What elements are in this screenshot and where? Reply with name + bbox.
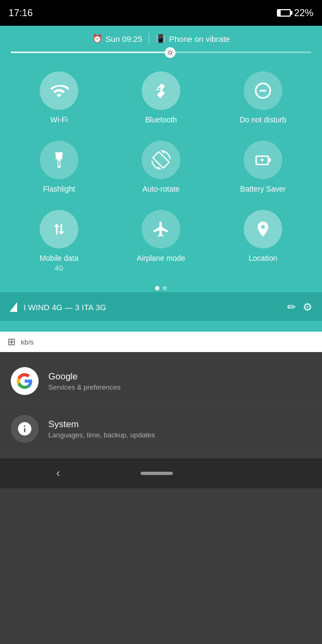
top-info-row: ⏰ Sun 09:25 📳 Phone on vibrate (0, 26, 322, 48)
tile-airplane-label: Airplane mode (137, 254, 185, 263)
tile-flashlight[interactable]: Flashlight (11, 135, 107, 199)
edit-icon[interactable]: ✏ (287, 301, 296, 313)
battery-saver-icon (254, 151, 272, 169)
tile-flashlight-label: Flashlight (43, 185, 75, 194)
tile-dnd-circle[interactable] (244, 71, 282, 110)
system-item-text: System Languages, time, backup, updates (48, 419, 311, 439)
tile-batterysaver[interactable]: Battery Saver (215, 135, 311, 199)
quick-settings-panel: ⏰ Sun 09:25 📳 Phone on vibrate (0, 26, 322, 332)
tile-bluetooth-circle[interactable] (142, 71, 180, 110)
speed-grid-icon: ⊞ (8, 336, 16, 348)
system-info-icon (17, 421, 33, 437)
status-bar: 17:16 22% (0, 0, 322, 26)
vibrate-icon: 📳 (156, 34, 166, 43)
dnd-icon (253, 81, 273, 100)
tile-autorotate[interactable]: Auto-rotate (113, 135, 209, 199)
wifi-icon (49, 81, 69, 100)
info-divider (149, 33, 149, 44)
tile-mobiledata-label: Mobile data (40, 254, 78, 263)
flashlight-icon (50, 151, 68, 169)
back-button[interactable]: ‹ (56, 466, 60, 480)
tile-mobiledata-circle[interactable] (40, 210, 78, 248)
tile-batterysaver-label: Battery Saver (240, 185, 286, 194)
system-icon (11, 415, 39, 443)
google-item-text: Google Services & preferences (48, 371, 311, 391)
tile-mobiledata[interactable]: Mobile data 4G (11, 204, 107, 278)
brightness-row[interactable] (0, 48, 322, 61)
vibrate-info: 📳 Phone on vibrate (156, 34, 230, 43)
speed-value: kb/s (21, 338, 34, 346)
brightness-thumb[interactable] (165, 47, 175, 58)
tile-dnd[interactable]: Do not disturb (215, 66, 311, 130)
tile-airplane-circle[interactable] (142, 210, 180, 248)
qs-bottom-bar: I WIND 4G — 3 ITA 3G ✏ ⚙ (0, 292, 322, 321)
tile-wifi-label: Wi-Fi (50, 115, 68, 125)
speed-widget: ⊞ kb/s (0, 332, 322, 352)
tiles-grid: Wi-Fi Bluetooth Do not disturb (0, 61, 322, 283)
tile-location-label: Location (249, 254, 277, 263)
tile-autorotate-label: Auto-rotate (142, 185, 179, 194)
page-dot-1[interactable] (155, 286, 159, 290)
tile-batterysaver-circle[interactable] (244, 141, 282, 179)
signal-icon (10, 302, 17, 312)
battery-fill (278, 10, 281, 16)
vibrate-label: Phone on vibrate (169, 34, 230, 43)
brightness-icon (166, 49, 174, 56)
autorotate-icon (151, 150, 171, 170)
brightness-slider[interactable] (11, 52, 311, 53)
tile-location-circle[interactable] (244, 210, 282, 248)
system-subtitle: Languages, time, backup, updates (48, 431, 311, 439)
settings-icon[interactable]: ⚙ (303, 301, 312, 313)
settings-item-system[interactable]: System Languages, time, backup, updates (0, 405, 322, 453)
tile-mobiledata-sublabel: 4G (55, 265, 63, 272)
nav-bar: ‹ (0, 458, 322, 488)
google-icon (11, 367, 39, 395)
google-subtitle: Services & preferences (48, 383, 311, 391)
status-time: 17:16 (9, 8, 33, 19)
location-icon (254, 220, 272, 238)
status-bar-right: 22% (277, 8, 313, 19)
page-indicator (0, 283, 322, 292)
network-label: I WIND 4G — 3 ITA 3G (24, 303, 281, 312)
mobiledata-icon (50, 220, 68, 238)
battery-icon (277, 9, 291, 17)
alarm-icon: ⏰ (92, 34, 103, 43)
alarm-time: Sun 09:25 (106, 34, 142, 43)
google-title: Google (48, 371, 311, 382)
battery-percent: 22% (294, 8, 313, 19)
bluetooth-icon (151, 81, 171, 100)
tile-autorotate-circle[interactable] (142, 141, 180, 179)
tile-location[interactable]: Location (215, 204, 311, 278)
airplane-icon (152, 220, 170, 238)
tile-bluetooth-label: Bluetooth (145, 115, 177, 125)
tile-flashlight-circle[interactable] (40, 141, 78, 179)
tile-dnd-label: Do not disturb (239, 115, 286, 125)
alarm-info: ⏰ Sun 09:25 (92, 34, 142, 43)
tile-wifi[interactable]: Wi-Fi (11, 66, 107, 130)
settings-list: Google Services & preferences System Lan… (0, 352, 322, 458)
settings-item-google[interactable]: Google Services & preferences (0, 357, 322, 405)
google-logo-icon (16, 372, 33, 390)
page-dot-2[interactable] (163, 286, 167, 290)
brightness-fill (11, 52, 176, 53)
tile-wifi-circle[interactable] (40, 71, 78, 110)
tile-bluetooth[interactable]: Bluetooth (113, 66, 209, 130)
home-button[interactable] (141, 472, 173, 475)
tile-airplane[interactable]: Airplane mode (113, 204, 209, 278)
system-title: System (48, 419, 311, 430)
